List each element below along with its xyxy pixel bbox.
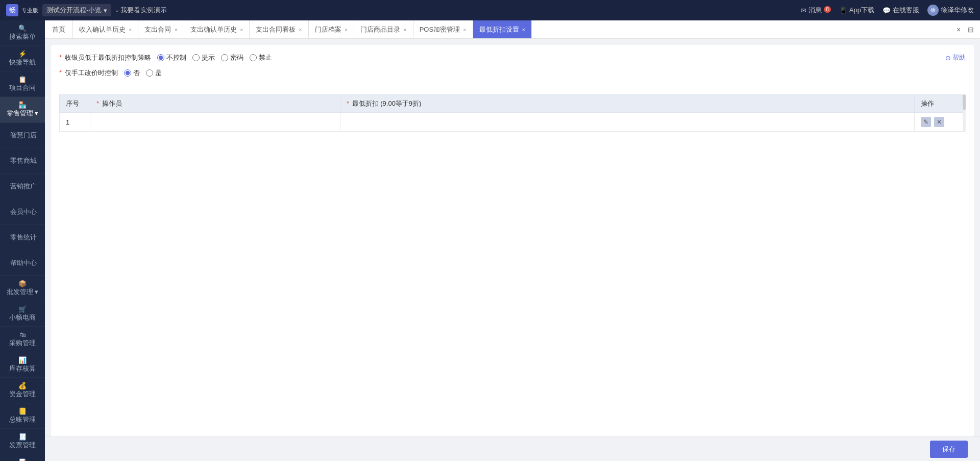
cell-min-discount[interactable]: [340, 113, 914, 132]
tab-close-button[interactable]: ×: [953, 25, 964, 35]
page-card: ⊙ 帮助 * 收银员低于最低折扣控制策略 不控制: [51, 45, 974, 440]
col-header-min-discount: * 最低折扣 (9.00等于9折): [340, 95, 914, 113]
tab-store-archive-label: 门店档案: [315, 25, 341, 34]
radio-remind-label: 提示: [202, 53, 215, 62]
discount-table: 序号 * 操作员 * 最低折扣 (9.00等于9折): [59, 94, 966, 132]
sidebar-label-wholesale: 批发管理 ▾: [7, 287, 39, 297]
avatar: 徐: [927, 5, 939, 16]
sidebar-item-retail-stats[interactable]: 零售统计: [0, 225, 45, 250]
dropdown-arrow-icon: ▾: [104, 7, 107, 14]
user-name: 徐泽华修改: [941, 6, 974, 15]
operator-required: *: [96, 100, 99, 107]
radio-password[interactable]: 密码: [221, 53, 243, 62]
tab-pos-password[interactable]: POS加密管理 ×: [413, 20, 473, 38]
logo-subtitle: 专业版: [21, 7, 38, 14]
tab-store-archive[interactable]: 门店档案 ×: [309, 20, 354, 38]
radio-remind[interactable]: 提示: [192, 53, 215, 62]
radio-no-input[interactable]: [124, 69, 131, 77]
user-menu[interactable]: 徐 徐泽华修改: [927, 5, 974, 16]
online-service-button[interactable]: 💬 在线客服: [883, 6, 919, 15]
tab-home[interactable]: 首页: [45, 20, 73, 38]
app-download-button[interactable]: 📱 App下载: [839, 6, 874, 15]
sidebar-item-help[interactable]: 帮助中心: [0, 250, 45, 276]
radio-no-control-input[interactable]: [157, 54, 164, 61]
tab-min-discount[interactable]: 最低折扣设置 ×: [473, 20, 532, 38]
sidebar-item-ecommerce[interactable]: 🛒 小畅电商: [0, 301, 45, 327]
save-bar: 保存: [45, 436, 980, 461]
radio-no-control[interactable]: 不控制: [157, 53, 186, 62]
demo-link-text: 我要看实例演示: [120, 6, 167, 15]
col-header-seq: 序号: [60, 95, 90, 113]
cell-operator[interactable]: [90, 113, 340, 132]
tab-payment-contract[interactable]: 支出合同 ×: [138, 20, 184, 38]
demo-link[interactable]: 我要看实例演示: [115, 6, 167, 15]
tab-pos-password-close[interactable]: ×: [463, 27, 466, 33]
radio-forbid-input[interactable]: [250, 54, 257, 61]
sidebar-label-finance: 资金管理: [9, 390, 36, 399]
radio-yes-input[interactable]: [146, 69, 153, 77]
tab-income-confirm[interactable]: 收入确认单历史 ×: [73, 20, 138, 38]
tab-payment-confirm-close[interactable]: ×: [240, 27, 243, 33]
tab-store-archive-close[interactable]: ×: [345, 27, 348, 33]
field2-row: * 仅手工改价时控制 否 是: [59, 68, 966, 78]
required-mark-1: *: [59, 54, 62, 61]
radio-password-input[interactable]: [221, 54, 228, 61]
col-header-actions: 操作: [915, 95, 966, 113]
help-link[interactable]: ⊙ 帮助: [945, 53, 966, 62]
tab-store-products-label: 门店商品目录: [360, 25, 400, 34]
tab-store-products[interactable]: 门店商品目录 ×: [354, 20, 413, 38]
sidebar-item-search[interactable]: 🔍 搜索菜单: [0, 20, 45, 46]
sidebar-item-wholesale[interactable]: 📦 批发管理 ▾: [0, 276, 45, 301]
sidebar-item-finance[interactable]: 💰 资金管理: [0, 378, 45, 403]
radio-yes[interactable]: 是: [146, 68, 162, 78]
sidebar-item-tax[interactable]: 📑 税务管理: [0, 454, 45, 461]
sidebar-item-members[interactable]: 会员中心: [0, 199, 45, 225]
project-selector[interactable]: 测试分开流程-小览 ▾: [42, 4, 111, 16]
action-icons: ✎ ✕: [921, 117, 959, 127]
help-label: 帮助中心: [10, 258, 37, 268]
project-icon: 📋: [18, 76, 27, 83]
sidebar-item-retail[interactable]: 🏪 零售管理 ▾: [0, 97, 45, 123]
sidebar-item-project[interactable]: 📋 项目合同: [0, 71, 45, 97]
sidebar-item-invoice[interactable]: 🧾 发票管理: [0, 429, 45, 454]
sidebar-item-ledger[interactable]: 📒 总账管理: [0, 403, 45, 429]
table-scrollbar[interactable]: [963, 94, 966, 132]
sidebar-label-retail: 零售管理 ▾: [7, 109, 39, 118]
tab-menu-button[interactable]: ⊟: [966, 25, 976, 35]
sidebar-label-search: 搜索菜单: [9, 32, 36, 41]
radio-no[interactable]: 否: [124, 68, 140, 78]
header-left: 畅 专业版 测试分开流程-小览 ▾ 我要看实例演示: [6, 4, 167, 16]
messages-label: 消息: [808, 6, 822, 15]
messages-button[interactable]: ✉ 消息 8: [801, 6, 831, 15]
radio-forbid[interactable]: 禁止: [250, 53, 272, 62]
sidebar-item-marketing[interactable]: 营销推广: [0, 174, 45, 199]
delete-row-button[interactable]: ✕: [934, 117, 944, 127]
sidebar-item-purchase[interactable]: 🛍 采购管理: [0, 327, 45, 352]
edit-row-button[interactable]: ✎: [921, 117, 931, 127]
header-right: ✉ 消息 8 📱 App下载 💬 在线客服 徐 徐泽华修改: [801, 5, 974, 16]
save-button[interactable]: 保存: [930, 441, 968, 458]
field2-label: * 仅手工改价时控制: [59, 68, 118, 78]
app-download-icon: 📱: [839, 7, 847, 14]
tab-income-confirm-close[interactable]: ×: [129, 27, 132, 33]
tab-payment-board[interactable]: 支出合同看板 ×: [250, 20, 308, 38]
tab-store-products-close[interactable]: ×: [403, 27, 406, 33]
ecommerce-icon: 🛒: [18, 305, 27, 313]
sidebar-label-ledger: 总账管理: [9, 415, 36, 424]
sidebar-label-inventory: 库存核算: [9, 364, 36, 373]
tab-payment-board-close[interactable]: ×: [299, 27, 302, 33]
radio-no-control-label: 不控制: [166, 53, 186, 62]
radio-remind-input[interactable]: [192, 54, 200, 61]
tab-payment-contract-close[interactable]: ×: [174, 27, 177, 33]
sidebar-item-smart-store[interactable]: 智慧门店: [0, 123, 45, 148]
sidebar-item-quicknav[interactable]: ⚡ 快捷导航: [0, 46, 45, 71]
tab-min-discount-close[interactable]: ×: [522, 27, 525, 33]
tab-payment-confirm[interactable]: 支出确认单历史 ×: [184, 20, 250, 38]
project-name: 测试分开流程-小览: [46, 6, 102, 15]
smart-store-label: 智慧门店: [10, 131, 37, 140]
col-header-operator: * 操作员: [90, 95, 340, 113]
cell-seq: 1: [60, 113, 90, 132]
sidebar-item-inventory[interactable]: 📊 库存核算: [0, 352, 45, 378]
tab-home-label: 首页: [52, 25, 65, 34]
sidebar-item-retail-mall[interactable]: 零售商城: [0, 148, 45, 174]
